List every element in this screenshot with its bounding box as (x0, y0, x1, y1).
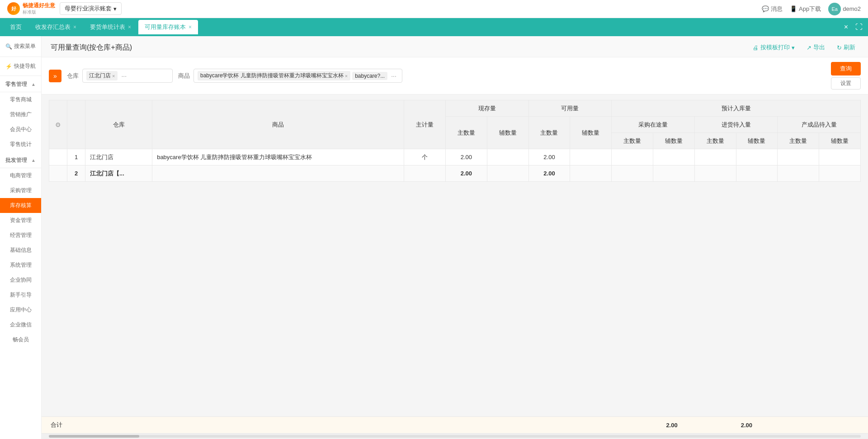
col-produce-pending-header: 产成品待入量 (778, 117, 861, 133)
sidebar-item-member-service[interactable]: 畅会员 (0, 332, 41, 347)
app-download-button[interactable]: 📱 App下载 (790, 5, 821, 13)
remove-warehouse-tag-icon[interactable]: × (112, 73, 115, 79)
warehouse-more-icon[interactable]: ··· (119, 72, 128, 80)
col-purchase-main-header: 主数量 (612, 133, 653, 149)
row1-purchase-main (612, 149, 653, 165)
sidebar-item-app-center[interactable]: 应用中心 (0, 302, 41, 317)
col-avail-main-header: 主数量 (528, 117, 570, 149)
sidebar-item-purchase[interactable]: 采购管理 (0, 183, 41, 198)
row2-settings (49, 165, 67, 182)
col-available-header: 可用量 (528, 100, 612, 117)
sidebar-item-retail-mall[interactable]: 零售商城 (0, 92, 41, 107)
tab-available-stock[interactable]: 可用量库存账本 × (138, 20, 198, 34)
sidebar-group-retail-title[interactable]: 零售管理 ▲ (0, 76, 41, 92)
row1-import-aux (736, 149, 778, 165)
row2-import-aux (736, 165, 778, 182)
sidebar-item-retail-stats[interactable]: 零售统计 (0, 137, 41, 152)
scrollbar-thumb[interactable] (49, 435, 139, 438)
sidebar-item-wechat[interactable]: 企业微信 (0, 317, 41, 332)
nav-icon: ⚡ (5, 63, 12, 70)
row1-avail-main: 2.00 (528, 149, 570, 165)
row2-index: 2 (67, 165, 85, 182)
sidebar-item-enterprise[interactable]: 企业协同 (0, 273, 41, 288)
sidebar-quick-nav: ⚡ 快捷导航 (0, 57, 41, 76)
logo-text: 畅捷通好生意 标准版 (23, 2, 55, 15)
fullscreen-icon[interactable]: ⛶ (854, 21, 864, 33)
col-settings-header[interactable]: ⚙ (49, 100, 67, 149)
query-button[interactable]: 查询 (831, 62, 861, 76)
sidebar-item-new-guide[interactable]: 新手引导 (0, 288, 41, 302)
close-tab-3-icon[interactable]: × (189, 24, 192, 30)
logo-icon: 好 (7, 2, 20, 15)
message-button[interactable]: 💬 消息 (762, 5, 783, 13)
close-all-tabs-icon[interactable]: × (842, 21, 850, 33)
row2-stock-main: 2.00 (446, 165, 487, 182)
row1-purchase-aux (653, 149, 694, 165)
table-footer: 合计 2.00 2.00 (42, 416, 868, 434)
nav-tabs: 首页 收发存汇总表 × 要货单统计表 × 可用量库存账本 × × ⛶ (0, 18, 868, 36)
col-import-main-header: 主数量 (694, 133, 736, 149)
col-produce-aux-header: 辅数量 (819, 133, 861, 149)
row2-avail-aux (570, 165, 612, 182)
row1-produce-aux (819, 149, 861, 165)
row2-produce-aux (819, 165, 861, 182)
filter-actions: 查询 设置 (831, 62, 861, 90)
filter-area: » 仓库 江北门店 × ··· 商品 babycare学饮杯 儿童防摔防撞吸管杯… (42, 57, 868, 94)
product-tag-2: babycare?... (352, 72, 387, 80)
export-button[interactable]: ↗ 导出 (803, 42, 829, 53)
sidebar-item-finance[interactable]: 资金管理 (0, 213, 41, 228)
row2-avail-main: 2.00 (528, 165, 570, 182)
col-index-header (67, 100, 85, 149)
user-profile[interactable]: Ea demo2 (828, 3, 861, 15)
col-current-stock-header: 现存量 (446, 100, 529, 117)
refresh-button[interactable]: ↻ 刷新 (833, 42, 859, 53)
warehouse-input[interactable]: 江北门店 × ··· (82, 69, 173, 83)
row1-warehouse: 江北门店 (85, 149, 152, 165)
bottom-scrollbar[interactable] (42, 434, 868, 439)
sidebar-item-system[interactable]: 系统管理 (0, 258, 41, 273)
sidebar-item-operations[interactable]: 经营管理 (0, 228, 41, 243)
chevron-up-icon: ▲ (31, 82, 36, 87)
sidebar-item-basics[interactable]: 基础信息 (0, 243, 41, 258)
sidebar-item-ecommerce[interactable]: 电商管理 (0, 168, 41, 183)
sidebar-item-members[interactable]: 会员中心 (0, 122, 41, 137)
col-import-aux-header: 辅数量 (736, 133, 778, 149)
print-template-button[interactable]: 🖨 按模板打印 ▾ (749, 42, 798, 53)
industry-selector[interactable]: 母婴行业演示账套 ▾ (60, 2, 122, 15)
refresh-icon: ↻ (837, 44, 842, 51)
sidebar-item-quick-nav[interactable]: ⚡ 快捷导航 (0, 59, 41, 74)
topbar: 好 畅捷通好生意 标准版 母婴行业演示账套 ▾ 💬 消息 📱 App下载 Ea … (0, 0, 868, 18)
page-title: 可用量查询(按仓库+商品) (51, 43, 132, 52)
row2-stock-aux (487, 165, 528, 182)
row2-warehouse: 江北门店【... (85, 165, 152, 182)
summary-label: 合计 (49, 421, 121, 429)
close-tab-1-icon[interactable]: × (73, 24, 76, 30)
product-input[interactable]: babycare学饮杯 儿童防摔防撞吸管杯重力球吸嘴杯宝宝水杯 × babyca… (193, 69, 402, 83)
sidebar: 🔍 搜索菜单 ⚡ 快捷导航 零售管理 ▲ 零售商城 营销推广 会员中心 零售统 (0, 36, 42, 439)
col-product-header: 商品 (152, 100, 404, 149)
row1-stock-aux (487, 149, 528, 165)
col-produce-main-header: 主数量 (778, 133, 819, 149)
sidebar-item-marketing[interactable]: 营销推广 (0, 107, 41, 122)
tab-order-stats[interactable]: 要货单统计表 × (84, 20, 137, 34)
row1-index: 1 (67, 149, 85, 165)
tab-home[interactable]: 首页 (4, 20, 28, 34)
tab-inventory-summary[interactable]: 收发存汇总表 × (29, 20, 83, 34)
setting-button[interactable]: 设置 (831, 77, 861, 90)
message-icon: 💬 (762, 5, 769, 12)
data-table: ⚙ 仓库 商品 主计量 现存量 可用量 预计入库量 主数量 辅数量 主数量 (49, 100, 861, 182)
table-row: 2 江北门店【... 2.00 2.00 (49, 165, 861, 182)
topbar-left: 好 畅捷通好生意 标准版 母婴行业演示账套 ▾ (7, 2, 122, 15)
filter-expand-button[interactable]: » (49, 70, 61, 82)
scrollbar-track[interactable] (49, 435, 861, 438)
row2-import-main (694, 165, 736, 182)
sidebar-group-wholesale-title[interactable]: 批发管理 ▲ (0, 152, 41, 168)
sidebar-group-retail: 零售管理 ▲ (0, 76, 41, 92)
sidebar-item-inventory[interactable]: 库存核算 (0, 198, 41, 213)
chevron-down-icon: ▾ (113, 5, 117, 12)
remove-product-tag1-icon[interactable]: × (345, 73, 348, 79)
search-menu-button[interactable]: 🔍 搜索菜单 (4, 40, 38, 53)
product-more-icon[interactable]: ··· (389, 72, 398, 80)
content-area: 可用量查询(按仓库+商品) 🖨 按模板打印 ▾ ↗ 导出 ↻ 刷新 (42, 36, 868, 439)
close-tab-2-icon[interactable]: × (128, 24, 131, 30)
